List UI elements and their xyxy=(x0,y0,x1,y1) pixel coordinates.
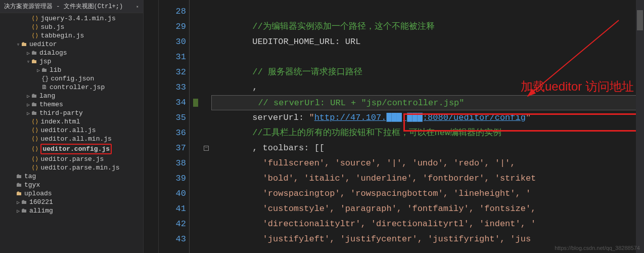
tree-item-index-html[interactable]: ⟨⟩index.html xyxy=(0,117,143,126)
tree-item-controller-jsp[interactable]: 🗎controller.jsp xyxy=(0,83,143,92)
breakpoint-slot[interactable] xyxy=(190,205,201,220)
js-file-icon: ⟨⟩ xyxy=(31,15,38,22)
tree-item-allimg[interactable]: ▷🖿allimg xyxy=(0,206,143,215)
fold-slot[interactable] xyxy=(201,50,211,65)
expand-arrow-icon[interactable]: ▷ xyxy=(15,208,21,214)
fold-slot[interactable] xyxy=(201,65,211,80)
tree-item-ueditor-all-js[interactable]: ⟨⟩ueditor.all.js xyxy=(0,126,143,135)
tree-item-ueditor-all-min-js[interactable]: ⟨⟩ueditor.all.min.js xyxy=(0,135,143,143)
code-line[interactable]: // serverUrl: URL + "jsp/controller.jsp" xyxy=(211,95,644,110)
annotation-text: 加载ueditor 访问地址 xyxy=(521,78,634,95)
folder-closed-icon: 🖿 xyxy=(16,173,22,180)
code-token-string: " xyxy=(309,113,314,122)
breakpoint-slot[interactable] xyxy=(190,144,201,159)
breakpoint-slot[interactable] xyxy=(190,34,201,50)
fold-slot[interactable] xyxy=(201,95,211,110)
code-line[interactable]: 'rowspacingtop', 'rowspacingbottom', 'li… xyxy=(221,186,644,201)
expand-arrow-icon[interactable]: ▷ xyxy=(15,199,21,205)
folder-closed-icon: 🖿 xyxy=(31,92,37,100)
tree-item-lang[interactable]: ▷🖿lang xyxy=(0,92,143,100)
vertical-scrollbar[interactable] xyxy=(636,0,644,253)
expand-arrow-icon[interactable]: ▷ xyxy=(25,50,31,56)
expand-arrow-icon[interactable]: ▿ xyxy=(15,41,21,48)
code-line[interactable]: , toolbars: [[ xyxy=(221,141,644,156)
fold-slot[interactable] xyxy=(201,4,211,19)
code-line[interactable]: serverUrl: "http://47.107.███.███:8080/u… xyxy=(221,110,644,125)
tree-item-label: dialogs xyxy=(39,49,67,57)
tree-item-160221[interactable]: ▷🖿160221 xyxy=(0,198,143,206)
tree-item-config-json[interactable]: {}config.json xyxy=(0,74,143,83)
expand-arrow-icon[interactable]: ▷ xyxy=(25,102,31,108)
sidebar-title: 决方案资源管理器 - 文件夹视图(Ctrl+;) xyxy=(4,2,123,11)
code-line[interactable]: 'fullscreen', 'source', '|', 'undo', 're… xyxy=(221,156,644,171)
fold-slot[interactable] xyxy=(201,80,211,95)
code-line[interactable]: UEDITOR_HOME_URL: URL xyxy=(221,34,644,50)
fold-slot[interactable] xyxy=(201,186,211,201)
fold-slot[interactable] xyxy=(201,232,211,247)
tree-item-tag[interactable]: 🖿tag xyxy=(0,172,143,181)
tree-item-label: tabbegin.js xyxy=(40,32,84,39)
tree-item-sub-js[interactable]: ⟨⟩sub.js xyxy=(0,23,143,31)
code-line[interactable]: 'customstyle', 'paragraph', 'fontfamily'… xyxy=(221,201,644,217)
code-line[interactable]: //工具栏上的所有的功能按钮和下拉框，可以在new编辑器的实例 xyxy=(221,125,644,141)
breakpoint-slot[interactable] xyxy=(190,159,201,175)
expand-arrow-icon[interactable]: ▷ xyxy=(25,93,31,99)
code-token-comment: //工具栏上的所有的功能按钮和下拉框，可以在new编辑器的实例 xyxy=(252,128,501,138)
code-line[interactable]: 'directionalityltr', 'directionalityrtl'… xyxy=(221,217,644,232)
code-line[interactable] xyxy=(221,4,644,19)
code-line[interactable]: 'bold', 'italic', 'underline', 'fontbord… xyxy=(221,171,644,186)
fold-slot[interactable] xyxy=(201,201,211,217)
expand-arrow-icon[interactable]: ▿ xyxy=(25,59,31,65)
breakpoint-slot[interactable] xyxy=(190,220,201,235)
fold-slot[interactable] xyxy=(201,171,211,186)
tree-item-ueditor-config-js[interactable]: ⟨⟩ueditor.config.js xyxy=(0,143,143,155)
breakpoint-slot[interactable] xyxy=(190,4,201,19)
code-token-string: " xyxy=(526,113,531,122)
tree-item-jsp[interactable]: ▿🖿jsp xyxy=(0,57,143,66)
fold-slot[interactable]: − xyxy=(201,141,211,156)
code-token-link[interactable]: http://47.107.███.███:8080/ueditor/confi… xyxy=(314,113,526,122)
breakpoint-slot[interactable] xyxy=(190,50,201,65)
tree-item-dialogs[interactable]: ▷🖿dialogs xyxy=(0,49,143,57)
breakpoint-slot[interactable] xyxy=(190,19,201,34)
tree-item-uploads[interactable]: 🖿uploads xyxy=(0,189,143,198)
fold-slot[interactable] xyxy=(201,110,211,125)
code-content[interactable]: //为编辑器实例添加一个路径，这个不能被注释 UEDITOR_HOME_URL:… xyxy=(211,0,644,253)
folder-closed-icon: 🖿 xyxy=(31,109,37,117)
code-line[interactable] xyxy=(221,50,644,65)
tree-item-ueditor[interactable]: ▿🖿ueditor xyxy=(0,40,143,49)
breakpoint-slot[interactable] xyxy=(190,114,201,129)
tree-item-third-party[interactable]: ▷🖿third-party xyxy=(0,109,143,117)
tree-item-lib[interactable]: ▷🖿lib xyxy=(0,66,143,74)
code-line[interactable]: // 服务器统一请求接口路径 xyxy=(221,65,644,80)
tree-item-jquery-3-4-1-min-js[interactable]: ⟨⟩jquery-3.4.1.min.js xyxy=(0,14,143,23)
fold-slot[interactable] xyxy=(201,156,211,171)
fold-slot[interactable] xyxy=(201,125,211,141)
breakpoint-slot[interactable] xyxy=(190,175,201,190)
breakpoint-slot[interactable] xyxy=(190,129,201,144)
fold-column[interactable]: − xyxy=(201,0,211,253)
line-number: 29 xyxy=(159,19,186,34)
scrollbar-thumb[interactable] xyxy=(637,10,643,30)
fold-slot[interactable] xyxy=(201,217,211,232)
fold-slot[interactable] xyxy=(201,34,211,50)
code-token-string: 'directionalityltr', 'directionalityrtl'… xyxy=(252,219,536,229)
pin-icon[interactable]: ✦ xyxy=(134,3,141,10)
tree-item-tgyx[interactable]: 🖿tgyx xyxy=(0,181,143,189)
breakpoint-column[interactable] xyxy=(189,0,201,253)
js-file-icon: ⟨⟩ xyxy=(31,164,38,172)
breakpoint-slot[interactable] xyxy=(190,80,201,95)
breakpoint-slot[interactable] xyxy=(190,65,201,80)
breakpoint-slot[interactable] xyxy=(190,235,201,250)
expand-arrow-icon[interactable]: ▷ xyxy=(25,110,31,116)
expand-arrow-icon[interactable]: ▷ xyxy=(35,67,41,73)
tree-item-themes[interactable]: ▷🖿themes xyxy=(0,100,143,109)
tree-item-tabbegin-js[interactable]: ⟨⟩tabbegin.js xyxy=(0,31,143,40)
tree-item-ueditor-parse-js[interactable]: ⟨⟩ueditor.parse.js xyxy=(0,155,143,163)
breakpoint-slot[interactable] xyxy=(190,190,201,205)
fold-minus-icon[interactable]: − xyxy=(204,146,209,151)
breakpoint-slot[interactable] xyxy=(190,99,201,114)
tree-item-ueditor-parse-min-js[interactable]: ⟨⟩ueditor.parse.min.js xyxy=(0,163,143,172)
fold-slot[interactable] xyxy=(201,19,211,34)
code-line[interactable]: //为编辑器实例添加一个路径，这个不能被注释 xyxy=(221,19,644,34)
